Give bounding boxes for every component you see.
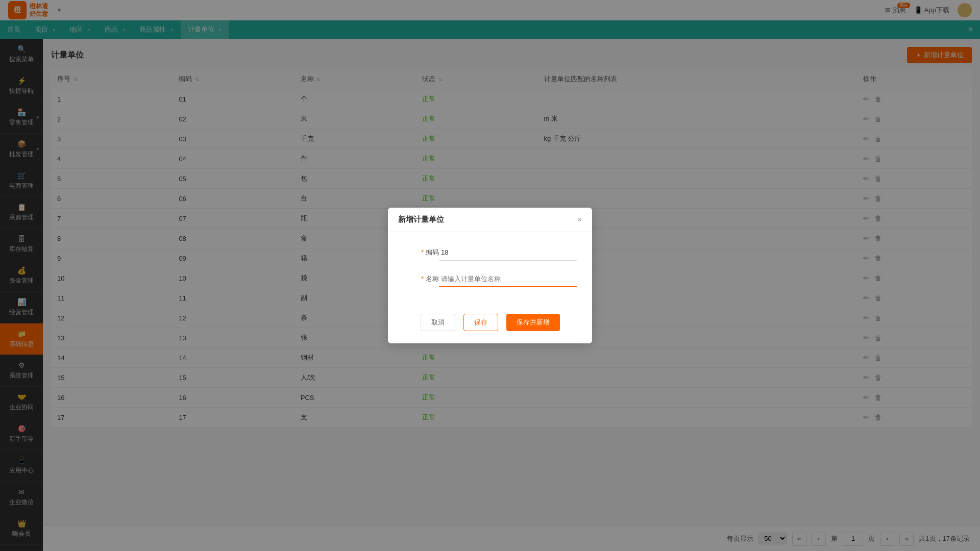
name-input[interactable] (439, 271, 577, 287)
name-form-row: *名称 (403, 271, 577, 287)
code-label: *编码 (403, 248, 439, 257)
modal-body: *编码 *名称 (388, 232, 592, 306)
cancel-button[interactable]: 取消 (421, 314, 455, 331)
modal-header: 新增计量单位 × (388, 208, 592, 232)
add-unit-modal: 新增计量单位 × *编码 *名称 取消 保存 保存并新增 (388, 208, 592, 343)
modal-title: 新增计量单位 (398, 215, 444, 224)
save-button[interactable]: 保存 (463, 314, 498, 331)
modal-footer: 取消 保存 保存并新增 (388, 306, 592, 343)
code-required-star: * (421, 248, 424, 256)
name-required-star: * (421, 275, 424, 283)
save-and-new-button[interactable]: 保存并新增 (506, 314, 560, 331)
name-label: *名称 (403, 274, 439, 284)
modal-close-button[interactable]: × (577, 215, 582, 224)
code-form-row: *编码 (403, 244, 577, 261)
modal-overlay[interactable]: 新增计量单位 × *编码 *名称 取消 保存 保存并新增 (0, 0, 980, 551)
code-input[interactable] (439, 244, 577, 261)
